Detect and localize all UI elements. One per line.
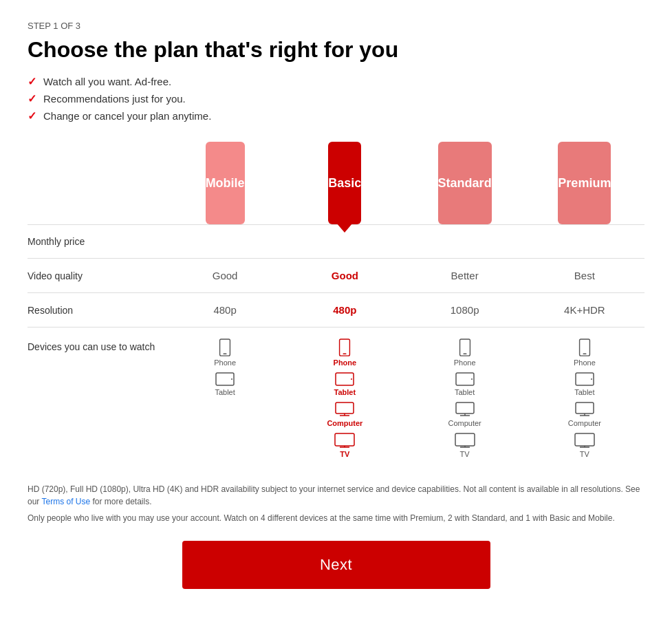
devices-standard: Phone Tablet Computer xyxy=(405,339,525,458)
svg-rect-18 xyxy=(456,402,474,414)
plan-header-premium: Premium xyxy=(525,142,644,224)
feature-2: ✓ Recommendations just for you. xyxy=(28,92,644,105)
svg-rect-21 xyxy=(455,433,475,446)
computer-label-basic: Computer xyxy=(327,419,362,427)
svg-rect-28 xyxy=(576,402,594,414)
device-basic-tv: TV xyxy=(334,433,355,458)
resolution-mobile: 480p xyxy=(165,304,285,316)
video-quality-standard: Better xyxy=(405,270,525,281)
video-quality-basic: Good xyxy=(285,270,404,281)
svg-rect-11 xyxy=(335,433,354,446)
plan-card-premium[interactable]: Premium xyxy=(558,142,611,224)
check-icon-1: ✓ xyxy=(28,75,36,88)
tablet-label-premium: Tablet xyxy=(574,388,594,396)
video-quality-label: Video quality xyxy=(28,270,165,281)
computer-icon-basic xyxy=(335,402,354,417)
phone-icon-basic xyxy=(338,339,351,356)
devices-label: Devices you can use to watch xyxy=(28,339,165,352)
svg-rect-24 xyxy=(579,339,589,356)
device-basic-phone: Phone xyxy=(334,339,357,367)
resolution-basic: 480p xyxy=(285,304,404,316)
plan-card-standard[interactable]: Standard xyxy=(438,142,492,224)
tablet-icon-basic xyxy=(335,372,354,386)
video-quality-mobile: Good xyxy=(165,270,285,281)
computer-label-premium: Computer xyxy=(568,419,601,427)
computer-icon-standard xyxy=(455,402,475,417)
resolution-premium: 4K+HDR xyxy=(525,304,644,316)
computer-icon-premium xyxy=(575,402,594,417)
tv-icon-standard xyxy=(455,433,475,448)
svg-rect-14 xyxy=(459,339,470,356)
phone-label-standard: Phone xyxy=(454,358,476,367)
svg-rect-31 xyxy=(575,433,594,446)
features-list: ✓ Watch all you want. Ad-free. ✓ Recomme… xyxy=(28,75,644,122)
plans-grid: Mobile Basic Standard Premium xyxy=(28,142,644,224)
devices-premium: Phone Tablet Computer xyxy=(525,339,644,458)
video-quality-row: Video quality Good Good Better Best xyxy=(28,258,644,292)
device-premium-tv: TV xyxy=(574,433,595,458)
step-label: STEP 1 OF 3 xyxy=(28,21,644,31)
svg-point-7 xyxy=(351,378,352,380)
resolution-label: Resolution xyxy=(28,305,165,316)
svg-point-3 xyxy=(231,378,232,380)
monthly-price-label: Monthly price xyxy=(28,236,165,247)
phone-icon xyxy=(219,339,231,356)
device-premium-tablet: Tablet xyxy=(574,372,594,396)
phone-label-premium: Phone xyxy=(574,358,596,367)
svg-rect-8 xyxy=(336,402,354,414)
tv-label-standard: TV xyxy=(460,450,470,458)
svg-rect-4 xyxy=(340,339,350,356)
plan-card-mobile[interactable]: Mobile xyxy=(206,142,245,224)
device-mobile-tablet: Tablet xyxy=(215,372,235,396)
plan-card-basic[interactable]: Basic xyxy=(328,142,361,224)
phone-icon-premium xyxy=(578,339,591,356)
next-button-container: Next xyxy=(28,541,644,589)
svg-rect-0 xyxy=(220,339,230,356)
footnote-1: HD (720p), Full HD (1080p), Ultra HD (4K… xyxy=(28,483,644,508)
next-button[interactable]: Next xyxy=(182,541,490,589)
label-spacer xyxy=(28,142,165,224)
video-quality-premium: Best xyxy=(525,270,644,281)
device-standard-phone: Phone xyxy=(454,339,476,367)
device-standard-tablet: Tablet xyxy=(455,372,475,396)
tablet-icon-premium xyxy=(575,372,594,386)
footnote-2: Only people who live with you may use yo… xyxy=(28,512,644,524)
tv-label-premium: TV xyxy=(580,450,589,458)
tablet-label-mobile: Tablet xyxy=(215,388,235,396)
device-basic-computer: Computer xyxy=(327,402,362,427)
tv-icon-premium xyxy=(574,433,595,448)
device-standard-tv: TV xyxy=(455,433,475,458)
devices-mobile: Phone Tablet xyxy=(165,339,285,396)
page-title: Choose the plan that's right for you xyxy=(28,36,644,63)
feature-1: ✓ Watch all you want. Ad-free. xyxy=(28,75,644,88)
resolution-row: Resolution 480p 480p 1080p 4K+HDR xyxy=(28,292,644,327)
svg-point-17 xyxy=(471,378,473,380)
phone-label-mobile: Phone xyxy=(214,358,236,367)
phone-icon-standard xyxy=(459,339,471,356)
phone-label-basic: Phone xyxy=(334,358,357,367)
comparison-table: Monthly price Video quality Good Good Be… xyxy=(28,224,644,469)
devices-row: Devices you can use to watch Phone Table… xyxy=(28,327,644,469)
plan-header-standard: Standard xyxy=(405,142,525,224)
device-mobile-phone: Phone xyxy=(214,339,236,367)
check-icon-2: ✓ xyxy=(28,92,36,105)
plan-header-basic: Basic xyxy=(285,142,404,224)
tablet-label-basic: Tablet xyxy=(334,388,356,396)
device-premium-phone: Phone xyxy=(574,339,596,367)
tv-label-basic: TV xyxy=(340,450,349,458)
terms-link[interactable]: Terms of Use xyxy=(41,497,90,506)
device-basic-tablet: Tablet xyxy=(334,372,356,396)
check-icon-3: ✓ xyxy=(28,109,36,122)
tv-icon-basic xyxy=(334,433,355,448)
devices-basic: Phone Tablet Computer xyxy=(285,339,404,458)
device-premium-computer: Computer xyxy=(568,402,601,427)
tablet-icon-standard xyxy=(455,372,475,386)
resolution-standard: 1080p xyxy=(405,304,525,316)
plan-header-mobile: Mobile xyxy=(165,142,285,224)
svg-point-27 xyxy=(591,378,592,380)
computer-label-standard: Computer xyxy=(448,419,481,427)
footnotes: HD (720p), Full HD (1080p), Ultra HD (4K… xyxy=(28,483,644,524)
tablet-icon xyxy=(215,372,235,386)
feature-3: ✓ Change or cancel your plan anytime. xyxy=(28,109,644,122)
device-standard-computer: Computer xyxy=(448,402,481,427)
